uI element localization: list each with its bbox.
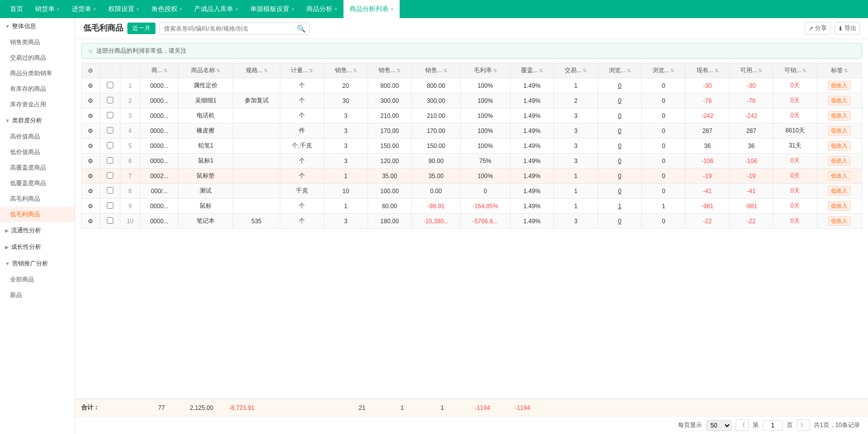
col-header-view2[interactable]: 浏览... ⇅ (642, 63, 685, 78)
nav-item-商品分析列表[interactable]: 商品分析列表× (343, 0, 400, 18)
col-header-saleable[interactable]: 可销... ⇅ (773, 63, 817, 78)
table-cell-view1[interactable]: 1 (598, 199, 641, 214)
table-cell-view1[interactable]: 0 (598, 123, 641, 138)
table-cell-checkbox[interactable] (100, 184, 120, 199)
sidebar-item-高价值商品[interactable]: 高价值商品 (0, 129, 75, 144)
sidebar-group-成长性分析[interactable]: ▶成长性分析 (0, 239, 75, 255)
table-cell-settings[interactable]: ⚙ (82, 78, 100, 93)
col-header-tag[interactable]: 标签 ⇅ (817, 63, 861, 78)
nav-item-角色授权[interactable]: 角色授权× (145, 0, 189, 18)
sidebar-item-有库存的商品[interactable]: 有库存的商品 (0, 81, 75, 97)
nav-close-icon[interactable]: × (136, 7, 139, 12)
table-cell-view1[interactable]: 0 (598, 138, 641, 154)
row-checkbox[interactable] (107, 187, 113, 194)
page-size-select[interactable]: 50 100 200 (706, 420, 732, 431)
nav-close-icon[interactable]: × (291, 7, 294, 12)
col-header-view1[interactable]: 浏览... ⇅ (598, 63, 641, 78)
sidebar-item-高覆盖度商品[interactable]: 高覆盖度商品 (0, 160, 75, 176)
sidebar-item-商品分类助销率[interactable]: 商品分类助销率 (0, 66, 75, 81)
col-header-available[interactable]: 可用... ⇅ (729, 63, 773, 78)
table-cell-checkbox[interactable] (100, 138, 120, 154)
nav-item-销货单[interactable]: 销货单× (29, 0, 66, 18)
col-header-coverage[interactable]: 覆盖... ⇅ (510, 63, 554, 78)
table-cell-view1[interactable]: 0 (598, 214, 641, 229)
table-cell-checkbox[interactable] (100, 214, 120, 229)
table-cell-settings[interactable]: ⚙ (82, 123, 100, 138)
row-checkbox[interactable] (107, 172, 113, 179)
export-button[interactable]: ⬇ 导出 (834, 22, 860, 35)
table-cell-settings[interactable]: ⚙ (82, 214, 100, 229)
sidebar-group-营销推广分析[interactable]: ▼营销推广分析 (0, 255, 75, 272)
sidebar-group-类群度分析[interactable]: ▼类群度分析 (0, 112, 75, 129)
table-cell-view1[interactable]: 0 (598, 78, 641, 93)
row-checkbox[interactable] (107, 157, 113, 164)
nav-close-icon[interactable]: × (391, 7, 394, 12)
page-number-input[interactable] (763, 420, 783, 430)
row-checkbox[interactable] (107, 97, 113, 103)
col-header-unit[interactable]: 计量... ⇅ (280, 63, 323, 78)
table-cell-settings[interactable]: ⚙ (82, 199, 100, 214)
col-header-sales_amount[interactable]: 销售... ⇅ (412, 63, 461, 78)
table-cell-checkbox[interactable] (100, 169, 120, 184)
table-cell-settings[interactable]: ⚙ (82, 169, 100, 184)
sidebar-item-交易过的商品[interactable]: 交易过的商品 (0, 50, 75, 66)
nav-item-进货单[interactable]: 进货单× (66, 0, 102, 18)
nav-item-首页[interactable]: 首页 (4, 0, 29, 18)
sidebar-item-低毛利商品[interactable]: 低毛利商品 (0, 207, 75, 222)
nav-close-icon[interactable]: × (235, 7, 238, 12)
prev-page-button[interactable]: 〈 (736, 419, 749, 431)
nav-close-icon[interactable]: × (57, 7, 60, 12)
table-cell-checkbox[interactable] (100, 154, 120, 169)
sidebar-group-整体信息[interactable]: ▼整体信息 (0, 18, 75, 35)
col-header-trade[interactable]: 交易... ⇅ (554, 63, 598, 78)
table-cell-settings[interactable]: ⚙ (82, 184, 100, 199)
row-checkbox[interactable] (107, 217, 113, 224)
table-cell-checkbox[interactable] (100, 78, 120, 93)
sidebar-item-新品[interactable]: 新品 (0, 287, 75, 303)
nav-close-icon[interactable]: × (93, 7, 96, 12)
nav-item-产成品入库单[interactable]: 产成品入库单× (188, 0, 244, 18)
row-checkbox[interactable] (107, 82, 113, 88)
table-cell-checkbox[interactable] (100, 123, 120, 138)
sidebar-item-低覆盖度商品[interactable]: 低覆盖度商品 (0, 176, 75, 191)
sidebar-group-流通性分析[interactable]: ▶流通性分析 (0, 222, 75, 239)
share-button[interactable]: ↗ 分享 (805, 22, 830, 35)
table-cell-view1[interactable]: 0 (598, 184, 641, 199)
col-header-name[interactable]: 商品名称 ⇅ (179, 63, 233, 78)
row-checkbox[interactable] (107, 202, 113, 209)
col-header-code[interactable]: 商... ⇅ (140, 63, 179, 78)
row-checkbox[interactable] (107, 112, 113, 118)
sidebar-item-高毛利商品[interactable]: 高毛利商品 (0, 191, 75, 207)
table-cell-view1[interactable]: 0 (598, 108, 641, 123)
sidebar-item-低价值商品[interactable]: 低价值商品 (0, 144, 75, 160)
sidebar-item-全部商品[interactable]: 全部商品 (0, 272, 75, 287)
table-cell-settings[interactable]: ⚙ (82, 108, 100, 123)
nav-close-icon[interactable]: × (180, 7, 183, 12)
table-cell-checkbox[interactable] (100, 108, 120, 123)
nav-item-单据模板设置[interactable]: 单据模板设置× (244, 0, 300, 18)
next-page-button[interactable]: 〉 (797, 419, 810, 431)
table-cell-settings[interactable]: ⚙ (82, 154, 100, 169)
col-header-current_stock[interactable]: 现有... ⇅ (685, 63, 729, 78)
nav-close-icon[interactable]: × (334, 7, 337, 12)
nav-item-商品分析[interactable]: 商品分析× (300, 0, 343, 18)
col-header-gross_rate[interactable]: 毛利率 ⇅ (460, 63, 510, 78)
table-cell-view1[interactable]: 0 (598, 169, 641, 184)
row-checkbox[interactable] (107, 142, 113, 149)
col-header-sales_price[interactable]: 销售... ⇅ (368, 63, 411, 78)
table-cell-checkbox[interactable] (100, 93, 120, 108)
row-checkbox[interactable] (107, 127, 113, 133)
search-icon[interactable]: 🔍 (297, 25, 305, 33)
search-input[interactable] (164, 25, 297, 32)
table-wrapper[interactable]: ⚙商... ⇅商品名称 ⇅规格... ⇅计量... ⇅销售... ⇅销售... … (75, 63, 868, 398)
sidebar-item-销售类商品[interactable]: 销售类商品 (0, 35, 75, 50)
col-header-sales_count[interactable]: 销售... ⇅ (324, 63, 368, 78)
nav-item-权限设置[interactable]: 权限设置× (102, 0, 145, 18)
date-filter-button[interactable]: 近一月 (127, 23, 155, 34)
sidebar-item-库存资金占用[interactable]: 库存资金占用 (0, 97, 75, 112)
table-cell-checkbox[interactable] (100, 199, 120, 214)
table-cell-view1[interactable]: 0 (598, 93, 641, 108)
table-cell-view1[interactable]: 0 (598, 154, 641, 169)
table-cell-settings[interactable]: ⚙ (82, 138, 100, 154)
table-cell-settings[interactable]: ⚙ (82, 93, 100, 108)
